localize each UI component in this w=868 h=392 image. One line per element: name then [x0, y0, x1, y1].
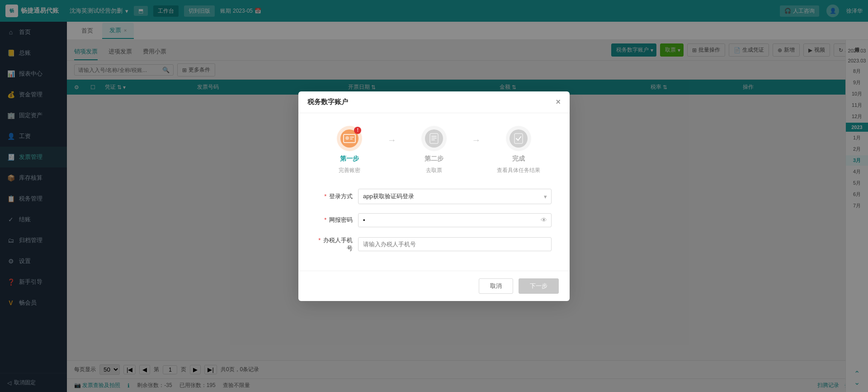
- svg-rect-6: [431, 138, 437, 139]
- login-method-row: * 登录方式 app获取验证码登录 ▾: [316, 189, 552, 204]
- step-3-subtitle: 查看具体任务结果: [497, 167, 540, 174]
- phone-required: *: [318, 237, 321, 244]
- step-1-error-badge: !: [354, 127, 361, 134]
- login-method-label-text: 登录方式: [329, 193, 353, 200]
- login-method-value: app获取验证码登录: [363, 192, 414, 201]
- step-3-title: 完成: [512, 155, 525, 163]
- step-1-title: 第一步: [340, 155, 359, 163]
- step-1: ! 第一步 完善账密: [316, 126, 383, 174]
- step-2-title: 第二步: [425, 155, 443, 163]
- phone-label-text: 办税人手机号: [323, 237, 353, 252]
- step-2-subtitle: 去取票: [426, 167, 442, 174]
- next-step-button[interactable]: 下一步: [519, 278, 559, 294]
- svg-rect-8: [514, 134, 523, 143]
- tax-digital-modal: 税务数字账户 ×: [298, 91, 570, 301]
- step-1-subtitle: 完善账密: [339, 167, 360, 174]
- password-input[interactable]: [358, 213, 552, 227]
- password-required: *: [324, 216, 326, 223]
- step-2-icon: [425, 129, 443, 148]
- cancel-label: 取消: [490, 282, 502, 289]
- steps-container: ! 第一步 完善账密 →: [316, 126, 552, 174]
- svg-rect-5: [431, 136, 437, 137]
- next-step-label: 下一步: [530, 282, 547, 289]
- phone-label: * 办税人手机号: [316, 236, 353, 253]
- login-method-select[interactable]: app获取验证码登录 ▾: [358, 189, 552, 204]
- step-1-icon-wrap: !: [337, 126, 362, 151]
- svg-rect-0: [344, 134, 355, 143]
- login-method-required: *: [324, 193, 326, 200]
- svg-rect-2: [350, 137, 354, 138]
- svg-rect-3: [350, 139, 353, 139]
- password-row: * 网报密码 👁: [316, 213, 552, 227]
- modal-overlay: 税务数字账户 ×: [0, 0, 868, 392]
- modal-close-button[interactable]: ×: [556, 98, 561, 106]
- step-arrow-2: →: [467, 135, 485, 145]
- select-arrow-icon: ▾: [544, 193, 547, 200]
- password-label-text: 网报密码: [329, 216, 353, 223]
- modal-title: 税务数字账户: [307, 98, 348, 106]
- step-2: 第二步 去取票: [401, 126, 467, 174]
- phone-row: * 办税人手机号: [316, 236, 552, 253]
- login-method-select-wrap: app获取验证码登录 ▾: [358, 189, 552, 204]
- modal-body: ! 第一步 完善账密 →: [298, 113, 570, 271]
- modal-footer: 取消 下一步: [298, 271, 570, 301]
- password-input-wrap: 👁: [358, 213, 552, 227]
- step-2-icon-wrap: [421, 126, 447, 151]
- step-arrow-1: →: [383, 135, 401, 145]
- cancel-button[interactable]: 取消: [479, 278, 513, 294]
- eye-icon[interactable]: 👁: [541, 216, 547, 224]
- login-method-label: * 登录方式: [316, 192, 353, 201]
- modal-header: 税务数字账户 ×: [298, 91, 570, 113]
- phone-input[interactable]: [358, 237, 552, 251]
- password-label: * 网报密码: [316, 216, 353, 224]
- svg-rect-7: [431, 139, 435, 140]
- step-3: 完成 查看具体任务结果: [485, 126, 552, 174]
- step-3-icon: [509, 129, 528, 148]
- phone-input-wrap: [358, 237, 552, 251]
- svg-point-1: [345, 136, 349, 140]
- step-3-icon-wrap: [506, 126, 531, 151]
